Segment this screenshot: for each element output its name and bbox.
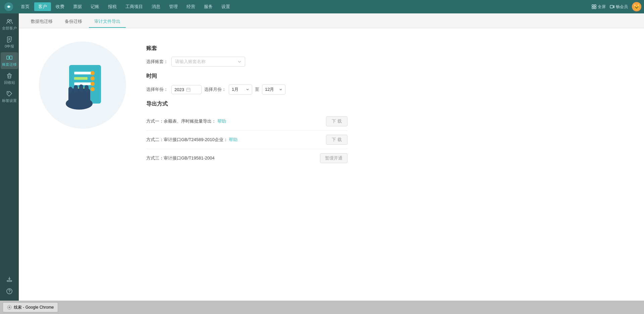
- svg-rect-30: [74, 85, 78, 92]
- content-area: 数据包迁移 备份迁移 审计文件导出: [19, 13, 644, 301]
- method-1-download-button[interactable]: 下 载: [326, 116, 347, 126]
- nav-item-经营[interactable]: 经营: [182, 2, 199, 11]
- taskbar: 线索 - Google Chrome: [0, 301, 644, 314]
- svg-point-35: [9, 307, 10, 308]
- month-end-value: 12月: [265, 86, 274, 92]
- year-label: 选择年份：: [146, 86, 168, 92]
- svg-rect-6: [610, 5, 613, 8]
- svg-rect-5: [594, 7, 596, 9]
- sidebar-item-migration[interactable]: 账套迁移: [1, 52, 18, 69]
- member-label: 畅会员: [616, 4, 628, 10]
- nav-item-管理[interactable]: 管理: [165, 2, 182, 11]
- sidebar-item-declaration[interactable]: 0申报: [1, 34, 18, 51]
- sidebar-item-recycle[interactable]: 回收站: [1, 70, 18, 87]
- taskbar-chrome-item[interactable]: 线索 - Google Chrome: [3, 302, 58, 312]
- month-start-value: 1月: [232, 86, 238, 92]
- method-1-help-link[interactable]: 帮助: [217, 119, 226, 124]
- tab-data-migration[interactable]: 数据包迁移: [25, 16, 58, 28]
- trash-icon: [6, 72, 13, 79]
- sidebar-item-tags[interactable]: 标签设置: [1, 88, 18, 105]
- sidebar-item-help[interactable]: [1, 286, 18, 297]
- sidebar-label-recycle: 回收站: [4, 80, 15, 85]
- svg-rect-4: [592, 7, 594, 9]
- fullscreen-icon: [592, 4, 596, 9]
- chevron-down-icon-3: [279, 88, 282, 91]
- time-input-group: 2023 选择月份： 1月: [171, 84, 285, 95]
- sidebar-item-download[interactable]: [1, 274, 18, 285]
- export-method-1: 方式一：余额表、序时账批量导出： 帮助 下 载: [146, 112, 347, 131]
- svg-rect-33: [186, 88, 190, 91]
- svg-rect-31: [79, 84, 83, 92]
- month-label: 选择月份：: [204, 86, 226, 92]
- tag-icon: [6, 90, 13, 97]
- account-label: 选择账套：: [146, 59, 168, 65]
- svg-rect-32: [85, 85, 89, 92]
- avatar[interactable]: 🐱: [632, 2, 641, 11]
- svg-point-25: [91, 82, 95, 86]
- tab-backup-migration[interactable]: 备份迁移: [59, 16, 88, 28]
- users-icon: [6, 18, 13, 25]
- nav-item-客户[interactable]: 客户: [34, 2, 51, 11]
- account-placeholder: 请输入账套名称: [175, 59, 206, 65]
- sidebar-item-all-clients[interactable]: 全部客户: [1, 16, 18, 33]
- top-nav-right: 全屏 畅会员 🐱: [592, 2, 641, 11]
- calendar-icon: [186, 87, 191, 92]
- nav-item-首页[interactable]: 首页: [17, 2, 34, 11]
- app-logo[interactable]: [3, 1, 15, 13]
- nav-item-消息[interactable]: 消息: [148, 2, 164, 11]
- member-button[interactable]: 畅会员: [610, 4, 628, 10]
- method-2-help-link[interactable]: 帮助: [229, 137, 237, 142]
- illustration-area: [39, 42, 126, 129]
- export-section-title: 导出方式: [146, 101, 347, 108]
- nav-item-收费[interactable]: 收费: [52, 2, 68, 11]
- svg-point-23: [91, 71, 95, 75]
- account-row: 选择账套： 请输入账套名称: [146, 57, 347, 67]
- migration-icon: [6, 54, 13, 61]
- method-3-coming-soon-button[interactable]: 暂缓开通: [320, 153, 347, 163]
- time-row: 选择年份： 2023 选择月份： 1月: [146, 84, 347, 95]
- svg-point-7: [7, 19, 9, 21]
- fullscreen-button[interactable]: 全屏: [592, 4, 606, 10]
- sidebar-label-migration: 账套迁移: [2, 62, 17, 67]
- sidebar-label-all-clients: 全部客户: [2, 26, 17, 31]
- nav-item-服务[interactable]: 服务: [200, 2, 217, 11]
- export-method-3: 方式三：审计接口GB/T19581-2004 暂缓开通: [146, 149, 347, 167]
- svg-point-13: [8, 92, 9, 93]
- account-section-title: 账套: [146, 45, 347, 52]
- tab-audit-export[interactable]: 审计文件导出: [89, 16, 126, 28]
- svg-rect-29: [68, 87, 72, 93]
- svg-point-24: [91, 76, 95, 80]
- chevron-down-icon-2: [246, 88, 249, 91]
- export-method-2: 方式二：审计接口GB/T24589-2010企业： 帮助 下 载: [146, 131, 347, 149]
- tab-bar: 数据包迁移 备份迁移 审计文件导出: [19, 13, 644, 28]
- month-end-select[interactable]: 12月: [262, 84, 285, 95]
- method-2-text: 方式二：审计接口GB/T24589-2010企业： 帮助: [146, 137, 237, 143]
- chevron-down-icon: [237, 60, 241, 64]
- nav-items: 首页客户收费票据记账报税工商项目消息管理经营服务设置: [17, 2, 592, 11]
- sidebar-bottom: [1, 274, 18, 301]
- sidebar: 全部客户 0申报 账套迁移: [0, 13, 19, 301]
- nav-item-报税[interactable]: 报税: [104, 2, 121, 11]
- chrome-icon: [7, 305, 12, 310]
- nav-item-记账[interactable]: 记账: [87, 2, 103, 11]
- svg-point-1: [8, 6, 10, 8]
- svg-rect-14: [7, 280, 12, 281]
- nav-item-设置[interactable]: 设置: [217, 2, 234, 11]
- year-value: 2023: [174, 87, 184, 92]
- sidebar-label-tags: 标签设置: [2, 98, 17, 103]
- method-2-download-button[interactable]: 下 载: [326, 135, 347, 145]
- svg-rect-18: [74, 72, 93, 74]
- form-area: 账套 选择账套： 请输入账套名称 时间 选择年份：: [146, 42, 347, 167]
- account-select[interactable]: 请输入账套名称: [171, 57, 245, 67]
- year-input[interactable]: 2023: [171, 85, 202, 94]
- month-start-select[interactable]: 1月: [229, 84, 252, 95]
- nav-item-工商项目[interactable]: 工商项目: [121, 2, 147, 11]
- svg-rect-19: [74, 77, 88, 80]
- svg-point-26: [91, 87, 95, 91]
- nav-item-票据[interactable]: 票据: [69, 2, 86, 11]
- svg-rect-12: [10, 56, 12, 59]
- method-3-text: 方式三：审计接口GB/T19581-2004: [146, 155, 215, 161]
- main-layout: 全部客户 0申报 账套迁移: [0, 13, 644, 301]
- sidebar-label-declaration: 0申报: [5, 44, 14, 49]
- file-icon: [6, 36, 13, 43]
